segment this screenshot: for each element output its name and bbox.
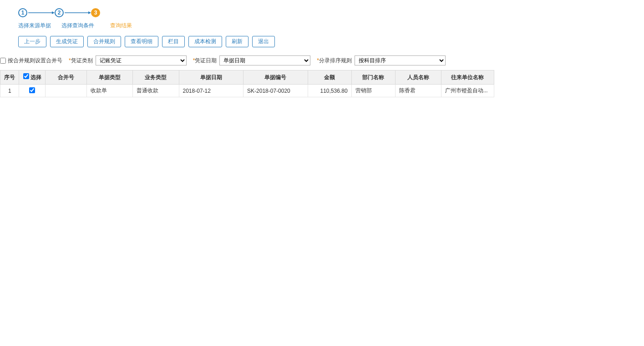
step-1-label: 选择来源单据 — [13, 22, 56, 30]
generate-voucher-button[interactable]: 生成凭证 — [50, 36, 84, 47]
entry-sort-select[interactable]: 按科目排序 — [355, 55, 446, 65]
voucher-date-group: *凭证日期 单据日期 — [193, 55, 311, 65]
col-biz-type[interactable]: 业务类型 — [133, 70, 179, 85]
col-dept[interactable]: 部门名称 — [351, 70, 395, 85]
step-1-circle[interactable]: 1 — [18, 8, 27, 17]
prev-button[interactable]: 上一步 — [18, 36, 46, 47]
col-doc-date[interactable]: 单据日期 — [179, 70, 243, 85]
cell-dept: 营销部 — [351, 85, 395, 97]
col-doc-no[interactable]: 单据编号 — [243, 70, 308, 85]
exit-button[interactable]: 退出 — [252, 36, 275, 47]
row-select-checkbox[interactable] — [29, 87, 35, 93]
cell-doc-no: SK-2018-07-0020 — [243, 85, 308, 97]
cell-doc-date: 2018-07-12 — [179, 85, 243, 97]
step-arrow-icon — [64, 8, 91, 17]
col-seq[interactable]: 序号 — [0, 70, 19, 85]
merge-rule-checkbox[interactable] — [0, 58, 6, 64]
step-2-label: 选择查询条件 — [56, 22, 99, 30]
step-indicator: 1 2 3 — [0, 0, 644, 21]
col-merge-no[interactable]: 合并号 — [46, 70, 87, 85]
cell-select[interactable] — [19, 85, 46, 97]
cell-person: 陈香君 — [395, 85, 441, 97]
select-all-checkbox[interactable] — [23, 73, 29, 79]
step-3-label: 查询结果 — [99, 22, 142, 30]
cell-merge-no — [46, 85, 87, 97]
step-3-circle[interactable]: 3 — [91, 8, 100, 17]
merge-rule-checkbox-text: 按合并规则设置合并号 — [8, 57, 62, 65]
voucher-type-group: *凭证类别 记账凭证 — [69, 55, 187, 65]
col-party-name[interactable]: 往来单位名称 — [441, 70, 494, 85]
cell-seq: 1 — [0, 85, 19, 97]
col-person[interactable]: 人员名称 — [395, 70, 441, 85]
step-arrow-icon — [27, 8, 55, 17]
voucher-type-select[interactable]: 记账凭证 — [96, 55, 187, 65]
result-table: 序号 选择 合并号 单据类型 业务类型 单据日期 单据编号 金额 部门名称 人员… — [0, 70, 494, 97]
cost-check-button[interactable]: 成本检测 — [188, 36, 222, 47]
column-button[interactable]: 栏目 — [162, 36, 185, 47]
entry-sort-label: *分录排序规则 — [317, 57, 352, 65]
cell-party-name: 广州市镫盈自动... — [441, 85, 494, 97]
table-row[interactable]: 1 收款单 普通收款 2018-07-12 SK-2018-07-0020 11… — [0, 85, 494, 97]
entry-sort-group: *分录排序规则 按科目排序 — [317, 55, 446, 65]
view-detail-button[interactable]: 查看明细 — [125, 36, 158, 47]
cell-biz-type: 普通收款 — [133, 85, 179, 97]
voucher-type-label: *凭证类别 — [69, 57, 93, 65]
col-select[interactable]: 选择 — [19, 70, 46, 85]
col-select-label: 选择 — [30, 74, 41, 80]
step-2-circle[interactable]: 2 — [55, 8, 64, 17]
filter-bar: 按合并规则设置合并号 *凭证类别 记账凭证 *凭证日期 单据日期 *分录排序规则… — [0, 55, 644, 70]
col-amount[interactable]: 金额 — [308, 70, 351, 85]
merge-rule-button[interactable]: 合并规则 — [87, 36, 121, 47]
merge-rule-checkbox-label[interactable]: 按合并规则设置合并号 — [0, 57, 62, 65]
table-header-row: 序号 选择 合并号 单据类型 业务类型 单据日期 单据编号 金额 部门名称 人员… — [0, 70, 494, 85]
voucher-date-label: *凭证日期 — [193, 57, 217, 65]
col-doc-type[interactable]: 单据类型 — [87, 70, 133, 85]
voucher-date-select[interactable]: 单据日期 — [219, 55, 310, 65]
step-labels: 选择来源单据 选择查询条件 查询结果 — [0, 21, 644, 36]
cell-doc-type: 收款单 — [87, 85, 133, 97]
refresh-button[interactable]: 刷新 — [226, 36, 248, 47]
toolbar: 上一步 生成凭证 合并规则 查看明细 栏目 成本检测 刷新 退出 — [0, 36, 644, 55]
cell-amount: 110,536.80 — [308, 85, 351, 97]
